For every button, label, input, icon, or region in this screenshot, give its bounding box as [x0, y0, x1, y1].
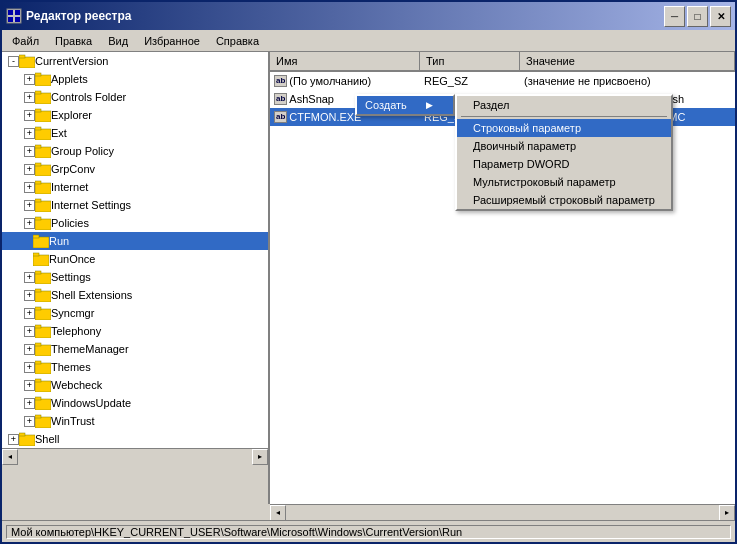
expand-ext[interactable]: + [24, 128, 35, 139]
submenu-item-3[interactable]: Мультистроковый параметр [457, 173, 671, 191]
tree-item-applets[interactable]: + Applets [2, 70, 268, 88]
tree-item-themes[interactable]: + Themes [2, 358, 268, 376]
tree-item-grpconv[interactable]: + GrpConv [2, 160, 268, 178]
expand-thememanager[interactable]: + [24, 344, 35, 355]
root-expand[interactable]: - [8, 56, 19, 67]
tree-label: WindowsUpdate [51, 397, 131, 409]
svg-rect-4 [15, 17, 20, 22]
tree-item-grouppolicy[interactable]: + Group Policy [2, 142, 268, 160]
svg-rect-25 [33, 237, 49, 248]
menu-favorites[interactable]: Избранное [136, 33, 208, 49]
svg-rect-19 [35, 183, 51, 194]
expand-shell[interactable]: + [8, 434, 19, 445]
tree-item-webcheck[interactable]: + Webcheck [2, 376, 268, 394]
tree-item-syncmgr[interactable]: + Syncmgr [2, 304, 268, 322]
tree-item-policies[interactable]: + Policies [2, 214, 268, 232]
menu-file[interactable]: Файл [4, 33, 47, 49]
submenu-item-1[interactable]: Двоичный параметр [457, 137, 671, 155]
create-menu-item[interactable]: Создать ▶ [357, 96, 453, 114]
expand-grouppolicy[interactable]: + [24, 146, 35, 157]
svg-rect-5 [19, 57, 35, 68]
tree-root[interactable]: - CurrentVersion [2, 52, 268, 70]
expand-telephony[interactable]: + [24, 326, 35, 337]
submenu-item-0[interactable]: Строковый параметр [457, 119, 671, 137]
tree-scroll-right[interactable]: ▸ [252, 449, 268, 465]
menu-edit[interactable]: Правка [47, 33, 100, 49]
expand-webcheck[interactable]: + [24, 380, 35, 391]
expand-wintrust[interactable]: + [24, 416, 35, 427]
minimize-button[interactable]: ─ [664, 6, 685, 27]
tree-item-ext[interactable]: + Ext [2, 124, 268, 142]
menu-help[interactable]: Справка [208, 33, 267, 49]
right-scroll-track[interactable] [286, 506, 719, 520]
svg-rect-43 [35, 399, 51, 410]
col-head-type: Тип [420, 52, 520, 71]
expand-windowsupdate[interactable]: + [24, 398, 35, 409]
right-scroll-right[interactable]: ▸ [719, 505, 735, 521]
folder-icon-root [19, 54, 35, 68]
menu-view[interactable]: Вид [100, 33, 136, 49]
tree-item-wintrust[interactable]: + WinTrust [2, 412, 268, 430]
bottom-scrollbar[interactable]: ◂ ▸ [270, 504, 735, 520]
expand-shell-extensions[interactable]: + [24, 290, 35, 301]
tree-item-runonce[interactable]: RunOnce [2, 250, 268, 268]
svg-rect-2 [15, 10, 20, 15]
col-head-value: Значение [520, 52, 735, 71]
tree-label: Internet Settings [51, 199, 131, 211]
tree-item-shell-extensions[interactable]: + Shell Extensions [2, 286, 268, 304]
svg-rect-30 [35, 271, 41, 274]
folder-icon [35, 108, 51, 122]
maximize-button[interactable]: □ [687, 6, 708, 27]
tree-item-explorer[interactable]: + Explorer [2, 106, 268, 124]
folder-icon [35, 396, 51, 410]
cell-type-0: REG_SZ [420, 74, 520, 88]
svg-rect-37 [35, 345, 51, 356]
tree-item-telephony[interactable]: + Telephony [2, 322, 268, 340]
svg-rect-38 [35, 343, 41, 346]
tree-root-label: CurrentVersion [35, 55, 108, 67]
right-scroll-left[interactable]: ◂ [270, 505, 286, 521]
expand-applets[interactable]: + [24, 74, 35, 85]
table-row[interactable]: ab (По умолчанию) REG_SZ (значение не пр… [270, 72, 735, 90]
col-head-name: Имя [270, 52, 420, 71]
expand-themes[interactable]: + [24, 362, 35, 373]
ab-icon: ab [274, 75, 287, 87]
tree-item-settings[interactable]: + Settings [2, 268, 268, 286]
expand-settings[interactable]: + [24, 272, 35, 283]
svg-rect-44 [35, 397, 41, 400]
tree-scroll-track[interactable] [18, 450, 252, 464]
tree-item-windowsupdate[interactable]: + WindowsUpdate [2, 394, 268, 412]
expand-policies[interactable]: + [24, 218, 35, 229]
expand-controls[interactable]: + [24, 92, 35, 103]
expand-internet-settings[interactable]: + [24, 200, 35, 211]
svg-rect-8 [35, 73, 41, 76]
expand-explorer[interactable]: + [24, 110, 35, 121]
tree-label: WinTrust [51, 415, 95, 427]
tree-item-internet-settings[interactable]: + Internet Settings [2, 196, 268, 214]
tree-item-run[interactable]: Run [2, 232, 268, 250]
submenu-item-2[interactable]: Параметр DWORD [457, 155, 671, 173]
submenu-item-razdel[interactable]: Раздел [457, 96, 671, 114]
folder-icon [35, 180, 51, 194]
tree-label: RunOnce [49, 253, 95, 265]
svg-rect-48 [19, 433, 25, 436]
tree-item-controls[interactable]: + Controls Folder [2, 88, 268, 106]
tree-item-thememanager[interactable]: + ThemeManager [2, 340, 268, 358]
menu-bar: Файл Правка Вид Избранное Справка [2, 30, 735, 52]
tree-h-scrollbar[interactable]: ◂ ▸ [2, 448, 268, 464]
tree-label: Settings [51, 271, 91, 283]
cell-value-0: (значение не присвоено) [520, 74, 735, 88]
submenu-item-4[interactable]: Расширяемый строковый параметр [457, 191, 671, 209]
svg-rect-11 [35, 111, 51, 122]
tree-scroll[interactable]: - CurrentVersion + Apple [2, 52, 268, 448]
expand-internet[interactable]: + [24, 182, 35, 193]
close-button[interactable]: ✕ [710, 6, 731, 27]
svg-rect-18 [35, 163, 41, 166]
tree-item-internet[interactable]: + Internet [2, 178, 268, 196]
tree-pane: - CurrentVersion + Apple [2, 52, 270, 448]
tree-scroll-left[interactable]: ◂ [2, 449, 18, 465]
expand-syncmgr[interactable]: + [24, 308, 35, 319]
svg-rect-35 [35, 327, 51, 338]
expand-grpconv[interactable]: + [24, 164, 35, 175]
tree-item-shell[interactable]: + Shell [2, 430, 268, 448]
